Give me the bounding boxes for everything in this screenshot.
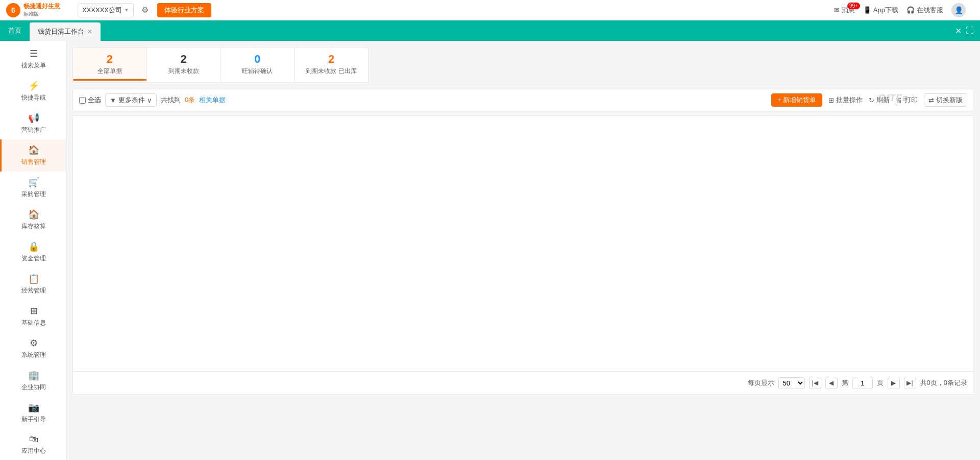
app-sub: 标准版 bbox=[23, 11, 60, 18]
sidebar-item-finance[interactable]: 🔒 资金管理 bbox=[0, 236, 66, 268]
sidebar-item-guide-label: 新手引导 bbox=[21, 415, 46, 424]
refresh-label: 刷新 bbox=[876, 95, 890, 105]
tab-minimize-icon[interactable]: ✕ bbox=[955, 26, 962, 36]
sidebar-item-base[interactable]: ⊞ 基础信息 bbox=[0, 300, 66, 332]
settings-button[interactable]: ⚙ bbox=[138, 3, 152, 17]
toolbar: 全选 ▼ 更多条件 ∨ 共找到 0条 相关单据 + 新增销货单 ⊞ 批量操作 ↻ bbox=[72, 89, 974, 111]
batch-icon: ⊞ bbox=[828, 96, 834, 104]
sidebar-item-inventory[interactable]: 🏠 库存核算 bbox=[0, 204, 66, 236]
print-label: 打印 bbox=[904, 95, 918, 105]
stat-tab-pending[interactable]: 0 旺辅待确认 bbox=[221, 47, 295, 82]
switch-version-button[interactable]: ⇄ 切换新版 bbox=[924, 93, 967, 107]
per-page-select[interactable]: 50 100 200 bbox=[778, 377, 805, 389]
stat-all-count: 2 bbox=[77, 53, 142, 66]
layout: ☰ 搜索菜单 ⚡ 快捷导航 📢 营销推广 🏠 销售管理 🛒 采购管理 🏠 库存核… bbox=[0, 41, 980, 460]
stat-shipped-label: 到期未收款 已出库 bbox=[299, 67, 364, 76]
refresh-button[interactable]: ↻ 刷新 bbox=[869, 95, 890, 105]
guide-icon: 📷 bbox=[28, 402, 39, 413]
sidebar-item-marketing[interactable]: 📢 营销推广 bbox=[0, 107, 66, 139]
app-download-button[interactable]: 📱 App下载 bbox=[863, 6, 898, 15]
sidebar-item-quicknav[interactable]: ⚡ 快捷导航 bbox=[0, 75, 66, 107]
stat-tab-overdue-shipped[interactable]: 2 到期未收款 已出库 bbox=[295, 47, 368, 82]
service-icon: 🎧 bbox=[906, 6, 915, 14]
quicknav-icon: ⚡ bbox=[28, 80, 39, 91]
found-text: 共找到 bbox=[161, 95, 181, 105]
logo-icon: 6 bbox=[6, 3, 20, 17]
sidebar-item-purchase[interactable]: 🛒 采购管理 bbox=[0, 172, 66, 204]
app-download-label: App下载 bbox=[873, 6, 898, 15]
found-count: 0条 bbox=[185, 95, 195, 105]
message-button[interactable]: ✉ 消息 99+ bbox=[834, 6, 855, 15]
stat-overdue-count: 2 bbox=[151, 53, 216, 66]
tab-home[interactable]: 首页 bbox=[0, 20, 30, 41]
search-menu-icon: ☰ bbox=[30, 48, 38, 59]
company-name: XXXXXX公司 bbox=[82, 6, 122, 15]
toolbar-left: 全选 ▼ 更多条件 ∨ 共找到 0条 相关单据 bbox=[79, 93, 226, 107]
sidebar-item-purchase-label: 采购管理 bbox=[21, 190, 46, 199]
switch-label: 切换新版 bbox=[936, 95, 963, 105]
sidebar-item-coop-label: 企业协同 bbox=[21, 383, 46, 392]
switch-icon: ⇄ bbox=[928, 96, 934, 104]
top-right-area: ✉ 消息 99+ 📱 App下载 🎧 在线客服 👤 bbox=[834, 3, 974, 17]
online-service-button[interactable]: 🎧 在线客服 bbox=[906, 6, 943, 15]
experience-button[interactable]: 体验行业方案 bbox=[157, 3, 211, 17]
app-name: 畅捷通好生意 bbox=[23, 2, 60, 11]
tab-maximize-icon[interactable]: ⛶ bbox=[966, 26, 974, 35]
table-area: 每页显示 50 100 200 |◀ ◀ 第 页 ▶ ▶| 共0页，0条记录 bbox=[72, 115, 974, 395]
sidebar-item-search[interactable]: ☰ 搜索菜单 bbox=[0, 43, 66, 75]
filter-button[interactable]: ▼ 更多条件 ∨ bbox=[105, 93, 157, 107]
stat-pending-label: 旺辅待确认 bbox=[225, 67, 290, 76]
chevron-filter-icon: ∨ bbox=[147, 96, 152, 104]
app-logo: 6 畅捷通好生意 标准版 bbox=[6, 2, 72, 18]
stat-tab-overdue[interactable]: 2 到期未收款 bbox=[147, 47, 221, 82]
select-all-label: 全选 bbox=[88, 95, 101, 105]
batch-operation-button[interactable]: ⊞ 批量操作 bbox=[828, 95, 863, 105]
prev-page-button[interactable]: ◀ bbox=[825, 377, 838, 389]
sidebar-item-apps[interactable]: 🛍 应用中心 bbox=[0, 429, 66, 460]
tab-work[interactable]: 钱货日清工作台 ✕ bbox=[30, 22, 101, 41]
stat-tab-all[interactable]: 2 全部单据 bbox=[73, 47, 147, 82]
message-badge: 99+ bbox=[847, 3, 860, 9]
stat-pending-count: 0 bbox=[225, 53, 290, 66]
chevron-down-icon: ▼ bbox=[124, 7, 129, 13]
first-page-button[interactable]: |◀ bbox=[809, 377, 821, 389]
finance-icon: 🔒 bbox=[28, 241, 39, 252]
marketing-icon: 📢 bbox=[28, 112, 39, 124]
print-button[interactable]: 🖨 打印 bbox=[896, 95, 918, 105]
select-all-checkbox[interactable]: 全选 bbox=[79, 95, 101, 105]
related-records-link[interactable]: 相关单据 bbox=[199, 95, 226, 105]
stat-overdue-label: 到期未收款 bbox=[151, 67, 216, 76]
sidebar-item-guide[interactable]: 📷 新手引导 bbox=[0, 397, 66, 429]
stats-tabs: 2 全部单据 2 到期未收款 0 旺辅待确认 2 到期未收款 已出库 bbox=[72, 47, 369, 83]
page-input[interactable] bbox=[852, 377, 873, 389]
toolbar-right: + 新增销货单 ⊞ 批量操作 ↻ 刷新 🖨 打印 ⇄ 切换新版 bbox=[771, 93, 967, 107]
pagination-bar: 每页显示 50 100 200 |◀ ◀ 第 页 ▶ ▶| 共0页，0条记录 bbox=[73, 371, 973, 394]
sidebar-item-operation[interactable]: 📋 经营管理 bbox=[0, 268, 66, 300]
sidebar-item-coop[interactable]: 🏢 企业协同 bbox=[0, 365, 66, 397]
sales-icon: 🏠 bbox=[28, 144, 39, 156]
last-page-button[interactable]: ▶| bbox=[904, 377, 916, 389]
batch-label: 批量操作 bbox=[836, 95, 863, 105]
select-all-input[interactable] bbox=[79, 97, 86, 104]
sidebar-item-quicknav-label: 快捷导航 bbox=[21, 93, 46, 102]
sidebar-item-marketing-label: 营销推广 bbox=[21, 126, 46, 134]
apps-icon: 🛍 bbox=[29, 434, 38, 445]
sidebar-item-sales-label: 销售管理 bbox=[21, 158, 46, 166]
sidebar-item-system-label: 系统管理 bbox=[21, 351, 46, 359]
new-sale-button[interactable]: + 新增销货单 bbox=[771, 93, 822, 107]
tab-close-icon[interactable]: ✕ bbox=[87, 28, 92, 35]
top-bar: 6 畅捷通好生意 标准版 XXXXXX公司 ▼ ⚙ 体验行业方案 ✉ 消息 99… bbox=[0, 0, 980, 20]
tab-work-label: 钱货日清工作台 bbox=[38, 27, 84, 36]
sidebar-item-inventory-label: 库存核算 bbox=[21, 222, 46, 231]
avatar[interactable]: 👤 bbox=[951, 3, 966, 17]
download-icon: 📱 bbox=[863, 6, 871, 14]
page-label: 第 bbox=[842, 378, 848, 388]
base-icon: ⊞ bbox=[30, 305, 38, 317]
next-page-button[interactable]: ▶ bbox=[888, 377, 900, 389]
sidebar-item-sales[interactable]: 🏠 销售管理 bbox=[0, 139, 66, 172]
total-text: 共0页，0条记录 bbox=[920, 378, 967, 388]
company-selector[interactable]: XXXXXX公司 ▼ bbox=[78, 3, 134, 17]
table-empty-area bbox=[73, 116, 973, 371]
sidebar-item-system[interactable]: ⚙ 系统管理 bbox=[0, 332, 66, 365]
tab-bar-actions: ✕ ⛶ bbox=[955, 26, 980, 36]
